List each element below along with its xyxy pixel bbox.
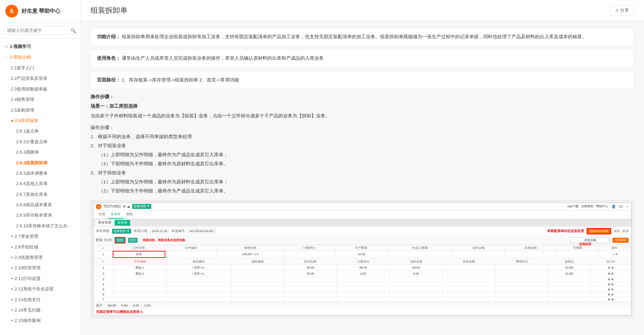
child-row-3: 3⊕ ⊗ xyxy=(94,277,631,282)
child-row-5: 5⊕ ⊗ xyxy=(94,287,631,292)
callout1: 有装配清单的在这里处理 xyxy=(547,229,584,233)
app-title: 好生意 帮助中心 xyxy=(21,8,60,15)
plus-icon: + xyxy=(5,44,8,49)
child-name-1: 商品 1 xyxy=(113,265,166,271)
child-aux-2 xyxy=(231,271,284,277)
sidebar-item-mobile[interactable]: +2.8手机旺铺 xyxy=(0,242,80,252)
form-date-val[interactable]: 2019-12-28 xyxy=(150,229,169,233)
sidebar-item-partial-stocktake[interactable]: 2.6.2分量盘点单 xyxy=(0,136,80,147)
child-aux-1 xyxy=(231,265,284,271)
app-new-order-btn[interactable]: 新建单据 ▼ xyxy=(132,204,151,209)
child-total-1: ⊕ ⊗ xyxy=(591,265,631,271)
parent-cost-1 xyxy=(452,251,504,258)
parent-op-1: ＋ ✕ xyxy=(598,251,631,258)
nav-help[interactable]: 帮助 xyxy=(123,211,136,219)
child-row-1: 1 商品 1 （关乔+1） 30.00 89.00 89.00 (0.00) xyxy=(94,265,631,271)
sidebar-item-inventory[interactable]: ●2.6库存核算 xyxy=(0,115,80,126)
parent-avail-1 xyxy=(556,251,598,258)
child-row-7: 7⊕ ⊗ xyxy=(94,297,631,302)
step2-sub2: （2）下部明细为子件明细，最终作为原材料生成其它出库单。 xyxy=(91,159,634,168)
sidebar-item-cost-adjust[interactable]: 2.6.5成本调整单 xyxy=(0,168,80,178)
sidebar-item-video[interactable]: + 1.视频学习 xyxy=(0,41,80,52)
col-parent-code: 父件编码 xyxy=(165,245,217,251)
app-close-btn[interactable]: ✕ xyxy=(626,205,629,208)
child-ratio-1: 30.00 xyxy=(284,265,337,271)
minus-icon: − xyxy=(5,55,8,60)
col-other: 其他金额 xyxy=(504,245,556,251)
tab-new-order[interactable]: 多新单 xyxy=(115,220,130,226)
sidebar-item-print[interactable]: +2.11打印设置 xyxy=(0,273,80,284)
type-switch-btn[interactable]: 组装 xyxy=(115,237,125,243)
sidebar-item-cases[interactable]: +2.15操作案例 xyxy=(0,315,80,326)
col-other2: 其他金额 xyxy=(442,259,495,265)
nav-list: + 1.视频学习 − 2.帮助文档 2.1新手入门 2.2产品安装及登录 2.3… xyxy=(0,39,80,335)
sidebar-item-assembly[interactable]: 2.6.4组装拆卸单 xyxy=(0,158,80,168)
nav-home[interactable]: 自用 xyxy=(96,211,108,219)
tab-inventory[interactable]: 库存管理 xyxy=(95,220,114,226)
sidebar-item-docs[interactable]: − 2.帮助文档 xyxy=(0,52,80,63)
sidebar-item-other-out[interactable]: 2.6.7其他出库单 xyxy=(0,189,80,200)
sidebar-item-coupon[interactable]: +2.9优惠券管理 xyxy=(0,252,80,263)
sub-form-label: 数量 共0件 xyxy=(96,238,112,242)
col-price: 销售价格 xyxy=(217,245,283,251)
page-title: 组装拆卸单 xyxy=(91,5,127,15)
sidebar-item-install[interactable]: 2.2产品安装及登录 xyxy=(0,73,80,83)
search-input[interactable] xyxy=(4,26,68,35)
col-child-name: 子件名称 xyxy=(113,259,166,265)
sidebar-item-online-pay[interactable]: +2.13在线支付 xyxy=(0,294,80,305)
col-qty: 生产数量 xyxy=(335,245,387,251)
form-cancel-btn[interactable]: 取消 xyxy=(623,229,629,233)
app-top-right: App下载在线帮助帮助中心 👤 CC ✕ xyxy=(567,204,629,209)
steps-title: 操作步骤： xyxy=(91,94,634,100)
sidebar-item-purchase[interactable]: 2.5采购管理 xyxy=(0,105,80,115)
step3: 3、对于拆卸业务 xyxy=(91,168,634,177)
nav-new-order[interactable]: 多新单 xyxy=(108,211,123,219)
col-unit2: 计量单位 xyxy=(337,259,390,265)
sidebar-item-cost-recalc[interactable]: 2.6.8商品成本重算 xyxy=(0,200,80,210)
sidebar-item-transfer[interactable]: 2.6.3调拨单 xyxy=(0,147,80,157)
step2-sub1: （1）上部明细为父件明细，最终作为产成品生成其它入库单； xyxy=(91,150,634,159)
parent-other-1 xyxy=(504,251,556,258)
sidebar-item-stocktake[interactable]: 2.6.1盘点单 xyxy=(0,126,80,136)
func-intro-text: 组装拆卸单用来处理企业组装或拆卸等加工业务，支持有固定装配清单的产品加工业务，也… xyxy=(122,34,587,39)
search-button[interactable]: 🔍 xyxy=(70,28,76,33)
path-label: 页面路径： xyxy=(97,77,120,82)
func-intro-block: 功能介绍： 组装拆卸单用来处理企业组装或拆卸等加工业务，支持有固定装配清单的产品… xyxy=(91,28,634,46)
app-logo-small: 6 xyxy=(96,204,101,209)
col-cost: 成本金额 xyxy=(452,245,504,251)
child-row-2: 2 商品 2 （关乔+1） 30.00 0.00 0.00 (0.00) xyxy=(94,271,631,277)
sidebar-item-biz[interactable]: +2.10经营管理 xyxy=(0,263,80,273)
sidebar-item-other-in[interactable]: 2.6.6其他入库单 xyxy=(0,178,80,189)
child-unit-2: 0.00 xyxy=(337,271,390,277)
sidebar-item-cash[interactable]: +2.7资金管理 xyxy=(0,231,80,241)
child-code-2: （关乔+1） xyxy=(166,271,231,277)
total-row: 合计 89.08 0.00 0.00 0.00 xyxy=(93,302,631,309)
search-box: 🔍 xyxy=(0,22,80,39)
disassemble-btn[interactable]: 拆卸 xyxy=(128,238,138,243)
sidebar-item-ledger[interactable]: 2.6.9库存账本查询 xyxy=(0,210,80,220)
sidebar-item-custom[interactable]: +2.12系统个性化设置 xyxy=(0,284,80,294)
form-save-btn[interactable]: 保存 xyxy=(614,229,620,233)
sidebar-item-faq[interactable]: +2.14常见问题 xyxy=(0,305,80,315)
form-order-val[interactable]: AD-20191226-001 xyxy=(187,229,216,233)
child-row-6: 6⊕ ⊗ xyxy=(94,292,631,297)
parent-name-1: 关木 xyxy=(136,253,142,256)
col-check2: ✓ xyxy=(94,259,114,265)
child-cost-2: 0.00 xyxy=(390,271,443,277)
sidebar-item-ledger-err[interactable]: 2.6.10库存账本错了怎么办 xyxy=(0,221,80,231)
step3-sub2: （2）下部明细为子件明细，最终作为产成品生成其它入库单。 xyxy=(91,186,634,196)
logo-icon: 6 xyxy=(5,5,18,17)
sidebar-item-data-prep[interactable]: 2.3使用前数据准备 xyxy=(0,84,80,94)
col-aux: 辅助规格 xyxy=(231,259,284,265)
step2: 2、对于组装业务 xyxy=(91,141,634,150)
form-order-type-btn[interactable]: 组装拆卸 ▼ xyxy=(112,229,131,234)
sidebar: 6 好生意 帮助中心 🔍 + 1.视频学习 − 2.帮助文档 2.1新手入门 2… xyxy=(0,0,80,335)
confirm-btn[interactable]: 立即审核 xyxy=(612,238,629,243)
callout3: 启用处理 xyxy=(579,242,591,246)
action-btn[interactable]: 选择BOM清单 xyxy=(587,228,611,234)
sidebar-item-newcomer[interactable]: 2.1新手入门 xyxy=(0,63,80,73)
child-loss-1: (0.00) xyxy=(548,265,591,271)
child-fee-1 xyxy=(495,265,548,271)
share-button[interactable]: ↗ 分享 xyxy=(610,5,634,15)
sidebar-item-sales[interactable]: 2.4销售管理 xyxy=(0,94,80,105)
